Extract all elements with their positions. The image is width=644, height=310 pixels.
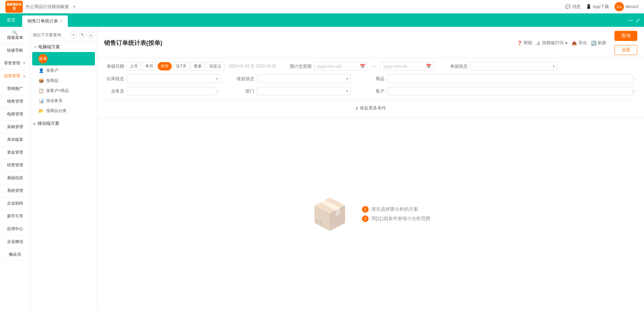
help-icon: ❓ (517, 41, 522, 46)
sidebar-item-base[interactable]: 基础信息 (0, 172, 30, 185)
sidebar-item-retail[interactable]: 零售管理 ▼ (0, 57, 30, 70)
help-btn[interactable]: ❓ 帮助 (517, 40, 532, 46)
message-btn[interactable]: 💬 消息 (565, 4, 581, 10)
panel-add-btn[interactable]: + (70, 32, 77, 38)
print-btn[interactable]: 🖨 按模板打印 ▾ (536, 40, 568, 46)
tab-maximize-icon[interactable]: ⤢ (636, 17, 640, 23)
dept-label: 部门 (234, 88, 254, 94)
user-menu[interactable]: Ea demo2 (614, 2, 639, 11)
refresh-btn[interactable]: 🔄 刷新 (591, 40, 606, 46)
empty-state: 📦 1 请先选择要分析的方案 2 用[过滤]条件来缩小分析范围 (97, 118, 644, 310)
status-select[interactable] (470, 62, 557, 70)
date-separator: — (372, 64, 376, 69)
dept-select[interactable] (257, 87, 351, 95)
panel-edit-btn[interactable]: ✎ (79, 32, 86, 38)
pay-select-wrap (257, 74, 351, 83)
sidebar-item-purchase[interactable]: 采购管理 (0, 121, 30, 134)
customer-input[interactable] (387, 87, 633, 95)
refresh-icon: 🔄 (591, 41, 596, 46)
setting-button[interactable]: 设置 (614, 45, 637, 55)
panel-item-bycustomer[interactable]: 👤 按客户 (30, 65, 97, 75)
staff-dots-icon[interactable]: ··· (216, 88, 221, 94)
panel-collapse-btn[interactable]: « (88, 32, 94, 38)
wholesale-arrow-icon: ▲ (22, 74, 26, 78)
sidebar-item-wechat[interactable]: 企业微信 (0, 236, 30, 248)
tab-minimize-icon[interactable]: — (628, 17, 633, 23)
expected-date-label: 预计交货期 (290, 63, 312, 69)
hint-num-2: 2 (362, 215, 369, 222)
panel-item-bystaff[interactable]: 📊 按业务员 (30, 96, 97, 106)
goods-dots-icon[interactable]: ··· (633, 76, 637, 82)
sidebar-item-collab[interactable]: 企业协同 (0, 197, 30, 210)
filter-row-3: 业务员 ··· 部门 客户 ··· (104, 87, 637, 95)
expected-date-from[interactable] (314, 62, 368, 70)
expected-date-to[interactable] (380, 62, 434, 70)
print-dropdown-icon[interactable]: ▾ (565, 41, 568, 46)
sidebar-item-operations[interactable]: 经营管理 (0, 159, 30, 172)
desktop-section-arrow-icon: ▼ (34, 45, 37, 49)
empty-hints: 1 请先选择要分析的方案 2 用[过滤]条件来缩小分析范围 (362, 206, 430, 222)
breadcrumb-arrow-icon[interactable]: ▾ (73, 4, 75, 9)
breadcrumb: 办公用品行业模拟账套 (25, 4, 69, 10)
pay-select[interactable] (257, 74, 351, 83)
tab-active[interactable]: 销售订单统计表 × (22, 15, 68, 27)
panel-item-bygoods[interactable]: 📦 按商品 (30, 75, 97, 86)
filter-row-1: 单据日期 上月 本月 本年 近7天 更多 自定义 2023-01-01 至 20… (104, 62, 637, 70)
collapse-btn[interactable]: ∧ 收起更多条件 (104, 102, 637, 114)
app-download-btn[interactable]: 📱 App下载 (586, 4, 609, 10)
date-btn-more[interactable]: 更多 (191, 62, 205, 70)
customer-dots-icon[interactable]: ··· (633, 88, 637, 94)
staff-input[interactable] (127, 87, 216, 95)
sidebar-item-search[interactable]: 🔍 搜索菜单 (0, 27, 30, 44)
date-btn-7days[interactable]: 近7天 (173, 62, 190, 70)
tab-home[interactable]: 首页 (0, 13, 22, 27)
query-button[interactable]: 查询 (614, 31, 637, 41)
empty-hint-1: 1 请先选择要分析的方案 (362, 206, 430, 213)
sidebar-item-appstore[interactable]: 应用中心 (0, 223, 30, 236)
header-actions: ❓ 帮助 🖨 按模板打印 ▾ 📤 导出 🔄 刷新 查询 (517, 31, 637, 55)
goods-input[interactable] (387, 74, 633, 83)
status-label: 单据状态 (447, 63, 468, 69)
bycustomergoods-icon: 📋 (38, 88, 44, 94)
sidebar-item-finance[interactable]: 资金管理 (0, 146, 30, 159)
hint-num-1: 1 (362, 206, 369, 213)
sidebar-item-quicknav[interactable]: 快捷导航 (0, 44, 30, 57)
sidebar-item-ecommerce[interactable]: 电商管理 (0, 108, 30, 121)
export-btn[interactable]: 📤 导出 (572, 40, 587, 46)
filter-row-2: 出库状态 收款状态 商品 ··· (104, 74, 637, 83)
tabbar-right: — ⤢ (628, 17, 644, 23)
byorder-active-icon: 按单 (38, 54, 48, 63)
ship-select[interactable] (127, 74, 221, 83)
date-btn-thismonth[interactable]: 本月 (142, 62, 156, 70)
date-btn-thisyear[interactable]: 本年 (158, 62, 172, 70)
date-label: 单据日期 (104, 63, 124, 69)
bystaff-icon: 📊 (38, 98, 44, 104)
bycustomer-icon: 👤 (38, 67, 44, 73)
panel-section-desktop-header[interactable]: ▼ 电脑端方案 (30, 42, 97, 52)
panel-item-byorder[interactable]: 按单 (32, 52, 95, 65)
panel-item-bycategory[interactable]: 📂 按商品分类 (30, 106, 97, 116)
sidebar-item-inventory[interactable]: 库存核算 (0, 134, 30, 146)
date-btn-custom[interactable]: 自定义 (206, 62, 224, 70)
panel-title: 按以下方案查询 (33, 32, 68, 38)
tab-close-icon[interactable]: × (60, 19, 62, 23)
panel-item-bycustomergoods[interactable]: 📋 按客户+商品 (30, 86, 97, 96)
date-btn-lastmonth[interactable]: 上月 (127, 62, 141, 70)
sidebar-item-wholesale[interactable]: 批发管理 ▲ (0, 70, 30, 83)
customer-input-wrap: ··· (387, 87, 637, 95)
dept-select-wrap (257, 87, 351, 95)
panel-section-mobile: ▶ 移动端方案 (30, 117, 97, 130)
sidebar-item-sales[interactable]: 销售管理 (0, 95, 30, 108)
pay-label: 收款状态 (234, 76, 254, 82)
bygoods-icon: 📦 (38, 78, 44, 84)
panel-section-mobile-header[interactable]: ▶ 移动端方案 (30, 118, 97, 128)
bycategory-icon: 📂 (38, 108, 44, 114)
expected-date-from-wrap: 📅 (314, 62, 368, 70)
goods-label: 商品 (364, 76, 384, 82)
sidebar-item-member[interactable]: 畅会员 (0, 248, 30, 261)
goods-input-wrap: ··· (387, 74, 637, 83)
sidebar-item-marketing[interactable]: 营销推广 (0, 83, 30, 95)
mobile-section-arrow-icon: ▶ (34, 122, 36, 125)
sidebar-item-newbie[interactable]: 新手引导 (0, 210, 30, 223)
sidebar-item-system[interactable]: 系统管理 (0, 185, 30, 197)
